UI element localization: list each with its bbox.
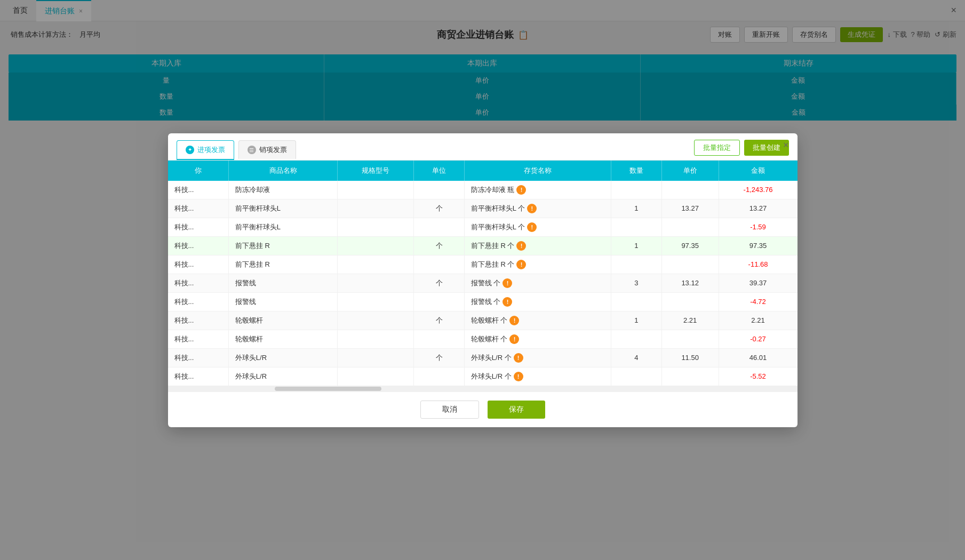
cell-qty (611, 292, 662, 311)
cell-unit: 个 (414, 236, 465, 255)
cell-name: 前下悬挂 R (228, 236, 338, 255)
cell-name: 报警线 (228, 292, 338, 311)
cell-unit: 个 (414, 199, 465, 218)
batch-create-button[interactable]: 批量创建 (744, 140, 789, 156)
cell-col1: 科技... (168, 367, 229, 386)
table-row[interactable]: 科技... 报警线 个 报警线 个! 3 13.12 39.37 (168, 274, 797, 292)
purchase-tab-icon: ✦ (186, 146, 194, 154)
cell-col1: 科技... (168, 348, 229, 367)
cell-store: 报警线 个! (464, 292, 611, 311)
modal-footer: 取消 保存 (168, 391, 797, 427)
warn-icon: ! (509, 334, 519, 344)
cell-store: 外球头L/R 个! (464, 348, 611, 367)
cell-amount: -11.68 (719, 255, 797, 274)
save-button[interactable]: 保存 (488, 401, 545, 419)
table-row[interactable]: 科技... 前下悬挂 R 前下悬挂 R 个! -11.68 (168, 255, 797, 274)
table-row[interactable]: 科技... 报警线 报警线 个! -4.72 (168, 292, 797, 311)
warn-icon: ! (509, 316, 519, 325)
cancel-button[interactable]: 取消 (420, 401, 479, 419)
cell-store: 前平衡杆球头L 个! (464, 199, 611, 218)
cell-name: 前平衡杆球头L (228, 218, 338, 236)
cell-name: 防冻冷却液 (228, 181, 338, 199)
table-row[interactable]: 科技... 前平衡杆球头L 个 前平衡杆球头L 个! 1 13.27 13.27 (168, 199, 797, 218)
cell-store: 防冻冷却液 瓶! (464, 181, 611, 199)
th-unit: 单位 (414, 161, 465, 181)
warn-icon: ! (516, 241, 526, 251)
modal-close-button[interactable]: × (783, 140, 789, 151)
table-row[interactable]: 科技... 轮毂螺杆 轮毂螺杆 个! -0.27 (168, 330, 797, 348)
cell-store: 轮毂螺杆 个! (464, 330, 611, 348)
cell-unit (414, 330, 465, 348)
horizontal-scrollbar[interactable] (168, 386, 797, 391)
cell-name: 外球头L/R (228, 367, 338, 386)
cell-col1: 科技... (168, 311, 229, 330)
cell-spec (338, 181, 414, 199)
cell-store: 外球头L/R 个! (464, 367, 611, 386)
batch-assign-button[interactable]: 批量指定 (694, 140, 740, 156)
cell-qty: 4 (611, 348, 662, 367)
cell-qty (611, 181, 662, 199)
table-row[interactable]: 科技... 前平衡杆球头L 前平衡杆球头L 个! -1.59 (168, 218, 797, 236)
cell-amount: 39.37 (719, 274, 797, 292)
table-row[interactable]: 科技... 轮毂螺杆 个 轮毂螺杆 个! 1 2.21 2.21 (168, 311, 797, 330)
table-row[interactable]: 科技... 外球头L/R 个 外球头L/R 个! 4 11.50 46.01 (168, 348, 797, 367)
warn-icon: ! (503, 278, 512, 288)
cell-amount: -1.59 (719, 218, 797, 236)
cell-qty: 1 (611, 236, 662, 255)
cell-spec (338, 367, 414, 386)
th-col1: 你 (168, 161, 229, 181)
cell-price (661, 255, 719, 274)
cell-name: 报警线 (228, 274, 338, 292)
cell-price (661, 292, 719, 311)
cell-name: 前下悬挂 R (228, 255, 338, 274)
cell-store: 前下悬挂 R 个! (464, 236, 611, 255)
modal-table-container: 你 商品名称 规格型号 单位 存货名称 数量 单价 金额 科技... 防冻冷却液 (168, 161, 797, 386)
cell-col1: 科技... (168, 218, 229, 236)
modal-tabs: ✦ 进项发票 ☰ 销项发票 批量指定 批量创建 (168, 133, 797, 161)
tab-purchase-invoice[interactable]: ✦ 进项发票 (177, 140, 234, 160)
th-name: 商品名称 (228, 161, 338, 181)
cell-col1: 科技... (168, 330, 229, 348)
cell-col1: 科技... (168, 181, 229, 199)
th-store: 存货名称 (464, 161, 611, 181)
cell-col1: 科技... (168, 199, 229, 218)
cell-unit: 个 (414, 274, 465, 292)
cell-spec (338, 274, 414, 292)
cell-amount: 2.21 (719, 311, 797, 330)
cell-unit (414, 181, 465, 199)
cell-price: 13.27 (661, 199, 719, 218)
cell-name: 轮毂螺杆 (228, 330, 338, 348)
cell-spec (338, 218, 414, 236)
cell-price (661, 367, 719, 386)
cell-qty: 3 (611, 274, 662, 292)
warn-icon: ! (514, 353, 523, 363)
table-header: 你 商品名称 规格型号 单位 存货名称 数量 单价 金额 (168, 161, 797, 181)
cell-store: 前平衡杆球头L 个! (464, 218, 611, 236)
purchase-tab-label: 进项发票 (197, 145, 225, 155)
cell-spec (338, 311, 414, 330)
cell-price: 11.50 (661, 348, 719, 367)
cell-store: 报警线 个! (464, 274, 611, 292)
cell-spec (338, 330, 414, 348)
cell-unit (414, 292, 465, 311)
table-row[interactable]: 科技... 前下悬挂 R 个 前下悬挂 R 个! 1 97.35 97.35 (168, 236, 797, 255)
warn-icon: ! (527, 222, 537, 232)
cell-amount: 46.01 (719, 348, 797, 367)
sales-tab-label: 销项发票 (259, 145, 287, 155)
tab-sales-invoice[interactable]: ☰ 销项发票 (238, 140, 296, 159)
cell-amount: 97.35 (719, 236, 797, 255)
cell-qty: 1 (611, 311, 662, 330)
scrollbar-thumb[interactable] (275, 387, 381, 391)
cell-qty: 1 (611, 199, 662, 218)
modal-dialog: × ✦ 进项发票 ☰ 销项发票 批量指定 批量创建 你 商品名称 (168, 133, 797, 427)
cell-name: 前平衡杆球头L (228, 199, 338, 218)
table-row[interactable]: 科技... 外球头L/R 外球头L/R 个! -5.52 (168, 367, 797, 386)
cell-col1: 科技... (168, 255, 229, 274)
cell-unit (414, 367, 465, 386)
cell-unit (414, 218, 465, 236)
cell-spec (338, 348, 414, 367)
cell-qty (611, 255, 662, 274)
cell-price: 13.12 (661, 274, 719, 292)
cell-qty (611, 367, 662, 386)
table-row[interactable]: 科技... 防冻冷却液 防冻冷却液 瓶! -1,243.76 (168, 181, 797, 199)
